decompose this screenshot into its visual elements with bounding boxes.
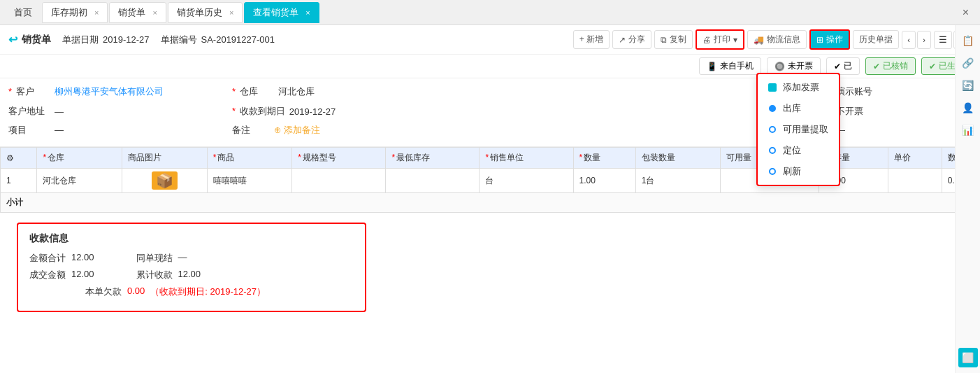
tab-sales-history[interactable]: 销货单历史 ×	[168, 2, 243, 23]
row-warehouse: 河北仓库	[37, 169, 122, 193]
col-qty: *数量	[573, 148, 635, 169]
tab-inventory-close[interactable]: ×	[94, 8, 99, 17]
new-button[interactable]: + 新增	[573, 30, 610, 49]
sidebar-user-icon[interactable]: 👤	[958, 98, 978, 118]
out-warehouse-icon	[768, 104, 777, 113]
operation-button-label: 操作	[826, 34, 843, 45]
sold-icon: ✔	[873, 62, 880, 71]
not-open-label: 未开票	[788, 60, 813, 72]
same-order-item: 同单现结 —	[136, 252, 187, 265]
effective-icon: ✔	[929, 62, 936, 71]
tab-home[interactable]: 首页	[6, 2, 41, 23]
operation-button[interactable]: ⊞ 操作	[809, 29, 850, 50]
row-min-stock	[386, 169, 480, 193]
history-button-label: 历史单据	[859, 34, 893, 45]
nav-arrows: ‹ ›	[902, 31, 931, 49]
tab-sales-history-close[interactable]: ×	[229, 8, 233, 17]
sidebar-chart-icon[interactable]: 📊	[958, 120, 978, 140]
tab-sales-close[interactable]: ×	[152, 8, 157, 17]
operation-icon: ⊞	[816, 35, 823, 45]
row-image: 📦	[122, 169, 208, 193]
cumulative-label: 累计收款	[136, 269, 173, 281]
add-invoice-label: 添加发票	[783, 81, 819, 94]
out-warehouse-label: 出库	[783, 102, 801, 115]
window-close-button[interactable]: ×	[957, 3, 974, 22]
doc-date-item: 单据日期 2019-12-27	[62, 34, 150, 46]
share-button[interactable]: ↗ 分享	[612, 30, 651, 49]
prev-button[interactable]: ‹	[902, 31, 916, 49]
tab-home-label: 首页	[14, 6, 32, 19]
row-price	[888, 169, 942, 193]
customer-value[interactable]: 柳州粤港平安气体有限公司	[50, 84, 190, 99]
arrears-label: 本单欠款	[85, 286, 122, 298]
address-label: 客户地址	[8, 105, 50, 118]
product-image: 📦	[152, 171, 178, 190]
sidebar-link-icon[interactable]: 🔗	[958, 53, 978, 73]
toolbar: + 新增 ↗ 分享 ⧉ 复制 🖨 打印 ▾ 🚚 物流信息	[573, 29, 972, 50]
cumulative-item: 累计收款 12.00	[136, 269, 201, 281]
sidebar-expand-icon[interactable]: ⬜	[958, 348, 978, 367]
available-qty-label: 可用量提取	[783, 123, 828, 136]
payment-row-3: 本单欠款 0.00 （收款到期日: 2019-12-27）	[29, 286, 354, 298]
doc-title-text: 销货单	[22, 34, 51, 46]
transaction-value: 12.00	[71, 269, 94, 281]
print-button[interactable]: 🖨 打印 ▾	[696, 29, 744, 50]
payment-info-title: 收款信息	[29, 232, 354, 245]
history-button[interactable]: 历史单据	[853, 30, 899, 49]
transaction-item: 成交金额 12.00	[29, 269, 94, 281]
same-order-value: —	[178, 252, 187, 265]
copy-button[interactable]: ⧉ 复制	[654, 30, 693, 49]
transaction-label: 成交金额	[29, 269, 66, 281]
list-view-button[interactable]: ☰	[934, 31, 952, 49]
logistics-button[interactable]: 🚚 物流信息	[747, 30, 807, 49]
next-button[interactable]: ›	[917, 31, 931, 49]
same-order-label: 同单现结	[136, 252, 173, 265]
number-value: SA-20191227-001	[201, 34, 275, 45]
refresh-item[interactable]: 刷新	[758, 161, 839, 182]
phone-icon: 📱	[707, 62, 717, 71]
amount-item: 金额合计 12.00	[29, 252, 94, 265]
share-icon: ↗	[619, 35, 626, 45]
new-button-label: + 新增	[579, 34, 603, 45]
logistics-button-label: 物流信息	[767, 34, 800, 45]
print-arrow: ▾	[733, 35, 737, 45]
tab-check-sales-close[interactable]: ×	[305, 8, 310, 17]
add-invoice-item[interactable]: 添加发票	[758, 77, 839, 98]
out-warehouse-item[interactable]: 出库	[758, 98, 839, 119]
row-qty: 1.00	[573, 169, 635, 193]
project-label: 项目	[8, 124, 50, 136]
sold-button[interactable]: ✔ 已核销	[865, 57, 916, 75]
date-value: 2019-12-27	[103, 34, 150, 45]
col-warehouse: *仓库	[37, 148, 122, 169]
sold-label: 已核销	[883, 60, 908, 72]
available-qty-item[interactable]: 可用量提取	[758, 119, 839, 140]
tab-inventory[interactable]: 库存期初 ×	[42, 2, 108, 23]
sidebar-notes-icon[interactable]: 📋	[958, 31, 978, 50]
customer-label: * 客户	[8, 85, 50, 98]
tab-bar: 首页 库存期初 × 销货单 × 销货单历史 × 查看销货单 × ×	[0, 0, 980, 25]
available-qty-icon	[768, 125, 777, 134]
add-note-button[interactable]: ⊕ 添加备注	[274, 124, 320, 136]
payment-row-2: 成交金额 12.00 累计收款 12.00	[29, 269, 354, 281]
tab-sales[interactable]: 销货单 ×	[109, 2, 166, 23]
from-phone-button[interactable]: 📱 来自手机	[699, 57, 761, 75]
sidebar-sync-icon[interactable]: 🔄	[958, 76, 978, 95]
tab-sales-history-label: 销货单历史	[177, 6, 222, 19]
copy-icon: ⧉	[661, 35, 667, 45]
row-product: 嘻嘻嘻嘻	[207, 169, 292, 193]
tab-sales-label: 销货单	[118, 6, 145, 19]
operation-dropdown: 添加发票 出库 可用量提取 定位 刷新	[756, 73, 840, 186]
gear-icon: ⚙	[6, 153, 14, 163]
row-unit: 台	[480, 169, 573, 193]
print-button-label: 打印	[714, 34, 730, 45]
refresh-label: 刷新	[783, 165, 801, 178]
add-invoice-icon	[768, 83, 777, 92]
col-min-stock: *最低库存	[386, 148, 480, 169]
add-note-icon: ⊕	[274, 125, 284, 135]
row-pack-qty: 1台	[635, 169, 721, 193]
col-gear[interactable]: ⚙	[1, 148, 37, 169]
location-item[interactable]: 定位	[758, 140, 839, 161]
tab-check-sales[interactable]: 查看销货单 ×	[244, 2, 319, 23]
add-note-text: 添加备注	[284, 125, 320, 135]
number-label: 单据编号	[161, 34, 197, 46]
